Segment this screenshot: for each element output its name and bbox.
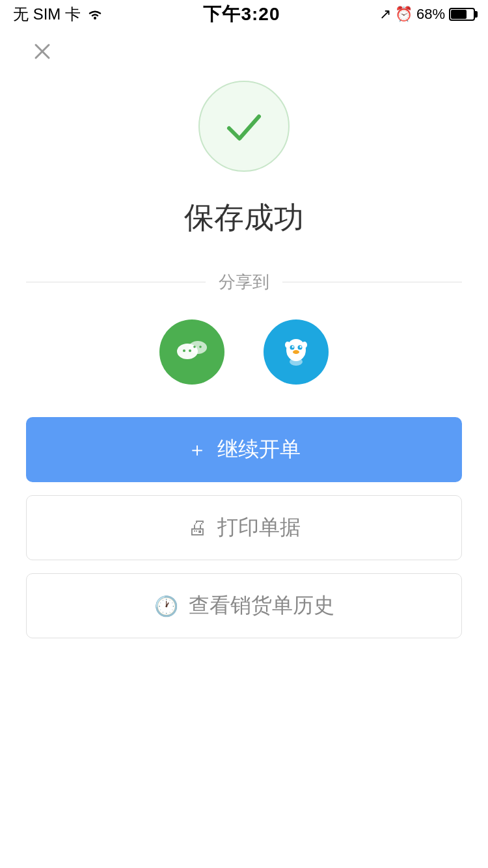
print-icon: 🖨: [187, 517, 207, 539]
svg-point-8: [199, 346, 202, 348]
share-divider: 分享到: [26, 271, 462, 293]
divider-line-left: [26, 282, 206, 282]
close-icon: [32, 41, 53, 62]
share-icons: [26, 319, 462, 385]
svg-point-17: [290, 358, 303, 366]
share-label: 分享到: [219, 271, 269, 293]
history-button[interactable]: 🕐 查看销货单历史: [26, 573, 462, 638]
svg-point-0: [94, 17, 96, 20]
continue-button[interactable]: ＋ 继续开单: [26, 417, 462, 482]
close-button[interactable]: [26, 35, 59, 68]
checkmark-icon: [221, 103, 267, 149]
alarm-icon: ⏰: [395, 6, 413, 23]
svg-point-7: [193, 346, 196, 348]
location-icon: ↗: [379, 6, 391, 23]
battery-icon: [449, 8, 475, 21]
plus-icon: ＋: [187, 437, 207, 463]
svg-point-14: [293, 350, 299, 354]
wifi-icon: [86, 8, 104, 21]
main-content: 保存成功 分享到: [0, 29, 488, 638]
wechat-icon: [173, 333, 211, 371]
wechat-share-button[interactable]: [159, 319, 224, 385]
svg-point-16: [302, 342, 307, 348]
divider-line-right: [282, 282, 462, 282]
qq-share-button[interactable]: [264, 319, 329, 385]
status-bar: 无 SIM 卡 下午3:20 ↗ ⏰ 68%: [0, 0, 488, 29]
clock-icon: 🕐: [154, 595, 178, 617]
history-label: 查看销货单历史: [189, 591, 334, 620]
svg-point-6: [189, 349, 191, 352]
success-circle: [198, 81, 290, 172]
status-time: 下午3:20: [203, 2, 280, 27]
svg-point-4: [189, 341, 207, 354]
svg-point-12: [292, 346, 294, 348]
print-button[interactable]: 🖨 打印单据: [26, 495, 462, 560]
print-label: 打印单据: [217, 513, 301, 542]
carrier-text: 无 SIM 卡: [13, 4, 81, 25]
svg-point-15: [285, 342, 290, 348]
action-buttons: ＋ 继续开单 🖨 打印单据 🕐 查看销货单历史: [0, 417, 488, 638]
share-section: 分享到: [0, 271, 488, 385]
success-title: 保存成功: [184, 198, 304, 238]
qq-icon: [277, 333, 315, 371]
status-right: ↗ ⏰ 68%: [379, 6, 475, 23]
status-carrier: 无 SIM 卡: [13, 4, 104, 25]
svg-point-5: [183, 349, 185, 352]
battery-percent: 68%: [416, 6, 445, 23]
svg-point-13: [300, 346, 302, 348]
continue-label: 继续开单: [217, 435, 301, 464]
